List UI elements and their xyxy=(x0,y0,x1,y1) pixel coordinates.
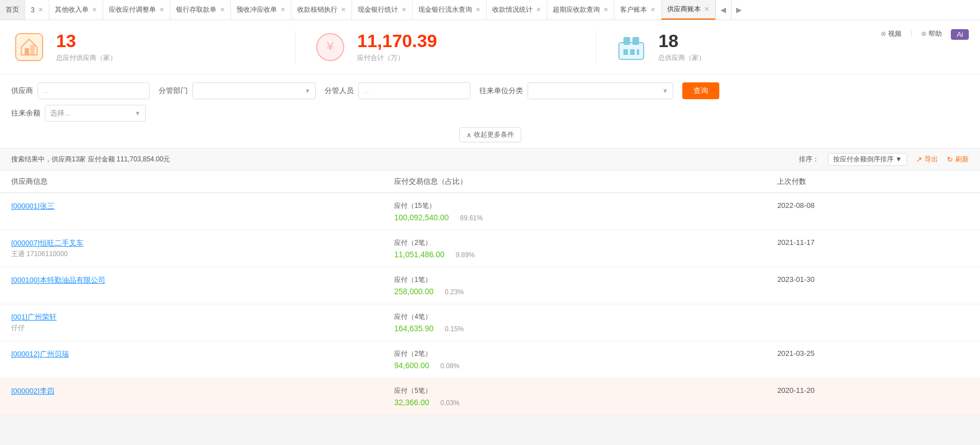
last-pay-date-4: 2021-03-25 xyxy=(777,349,815,358)
person-filter: 分管人员 ... xyxy=(325,82,470,99)
supplier-name-0[interactable]: [000001]张三 xyxy=(11,201,394,211)
summary-card-3: 18 总供应商（家） xyxy=(613,29,880,65)
last-pay-4: 2021-03-25 xyxy=(777,349,969,370)
refresh-button[interactable]: ↻ 刷新 xyxy=(947,155,969,164)
ai-button[interactable]: Ai xyxy=(951,29,969,40)
filter-row-2: 往来余额 选择... ▼ xyxy=(11,105,969,122)
dept-label: 分管部门 xyxy=(159,86,188,96)
balance-filter: 往来余额 选择... ▼ xyxy=(11,105,146,122)
nav-tab-other-income[interactable]: 其他收入单 ✕ xyxy=(49,0,103,20)
nav-prev-arrow[interactable]: ◀ xyxy=(715,0,731,20)
supplier-info-2: [000100]本特勤油品有限公司 xyxy=(11,275,394,296)
supplier-info-4: [000012]广州贝瑞 xyxy=(11,349,394,370)
nav-tab-customer[interactable]: 客户账本 ✕ xyxy=(614,0,662,20)
nav-tab-overdue[interactable]: 超期应收款查询 ✕ xyxy=(547,0,614,20)
data-table: 供应商信息 应付交易信息（占比） 上次付数 [000001]张三 应付（15笔）… xyxy=(0,171,980,415)
close-icon[interactable]: ✕ xyxy=(159,6,164,13)
nav-tab-collect[interactable]: 收款核销执行 ✕ xyxy=(292,0,352,20)
last-pay-2: 2023-01-30 xyxy=(777,275,969,296)
help-link[interactable]: ⊙ 帮助 xyxy=(921,29,942,40)
txn-percent-2: 0.23% xyxy=(445,288,464,296)
summary-card-1: 13 总应付供应商（家） xyxy=(11,29,278,65)
nav-tab-cash-stat[interactable]: 现金银行统计 ✕ xyxy=(352,0,413,20)
unit-label: 往来单位分类 xyxy=(479,86,523,96)
txn-amount-4[interactable]: 94,600.00 xyxy=(394,361,429,370)
close-icon[interactable]: ✕ xyxy=(341,6,346,13)
txn-label-5: 应付（5笔） xyxy=(394,386,777,396)
sort-label: 排序： xyxy=(799,155,819,164)
sort-select[interactable]: 按应付余额倒序排序 ▼ xyxy=(828,153,907,166)
nav-tab-adjust[interactable]: 应收应付调整单 ✕ xyxy=(103,0,170,20)
dept-filter: 分管部门 ▼ xyxy=(159,82,316,99)
svg-rect-1 xyxy=(25,48,29,55)
nav-next-arrow[interactable]: ▶ xyxy=(731,0,747,20)
chevron-up-icon: ∧ xyxy=(466,131,471,139)
supplier-name-5[interactable]: [000002]李四 xyxy=(11,386,394,396)
close-icon[interactable]: ✕ xyxy=(220,6,225,13)
supplier-name-3[interactable]: [001]广州荣轩 xyxy=(11,312,394,322)
table-row: [000012]广州贝瑞 应付（2笔） 94,600.00 0.08% 2021… xyxy=(0,341,980,378)
supplier-payable-number: 13 xyxy=(56,31,117,51)
txn-info-0: 应付（15笔） 100,092,540.00 89.61% xyxy=(394,201,777,222)
close-icon[interactable]: ✕ xyxy=(536,6,541,13)
supplier-name-1[interactable]: [000007]恒旺二手叉车 xyxy=(11,238,394,248)
refresh-icon: ↻ xyxy=(947,155,953,164)
dept-select[interactable]: ▼ xyxy=(192,82,316,99)
txn-info-2: 应付（1笔） 258,000.00 0.23% xyxy=(394,275,777,296)
video-link[interactable]: ⊙ 视频 xyxy=(881,29,902,40)
last-pay-3 xyxy=(777,312,969,333)
table-row: [000007]恒旺二手叉车 王通 17106110000 应付（2笔） 11,… xyxy=(0,230,980,267)
nav-tab-prepay[interactable]: 预收冲应收单 ✕ xyxy=(231,0,292,20)
col-last-pay: 上次付数 xyxy=(777,177,969,187)
txn-row-1: 11,051,486.00 9.89% xyxy=(394,250,777,259)
results-bar: 搜索结果中，供应商13家 应付金额 111,703,854.00元 排序： 按应… xyxy=(0,149,980,171)
query-button[interactable]: 查询 xyxy=(682,82,719,99)
payable-total-icon: ¥ xyxy=(312,29,348,65)
top-nav: 首页 3 ✕ 其他收入单 ✕ 应收应付调整单 ✕ 银行存取款单 ✕ 预收冲应收单… xyxy=(0,0,980,20)
nav-tab-collect-stat[interactable]: 收款情况统计 ✕ xyxy=(487,0,547,20)
close-icon[interactable]: ✕ xyxy=(38,6,43,13)
supplier-info-3: [001]广州荣轩 仔仔 xyxy=(11,312,394,333)
nav-tab-bank[interactable]: 银行存取款单 ✕ xyxy=(170,0,231,20)
txn-percent-4: 0.08% xyxy=(440,362,459,370)
supplier-filter: 供应商 ... xyxy=(11,82,150,99)
txn-info-4: 应付（2笔） 94,600.00 0.08% xyxy=(394,349,777,370)
person-input[interactable]: ... xyxy=(358,82,470,99)
close-icon[interactable]: ✕ xyxy=(603,6,608,13)
top-right-links: ⊙ 视频 | ⊙ 帮助 Ai xyxy=(881,29,969,40)
supplier-name-4[interactable]: [000012]广州贝瑞 xyxy=(11,349,394,359)
unit-select[interactable]: ▼ xyxy=(528,82,673,99)
txn-amount-2[interactable]: 258,000.00 xyxy=(394,287,433,296)
txn-row-2: 258,000.00 0.23% xyxy=(394,287,777,296)
nav-tab-cash-flow[interactable]: 现金银行流水查询 ✕ xyxy=(413,0,487,20)
txn-amount-3[interactable]: 164,635.90 xyxy=(394,324,433,333)
summary-bar: 13 总应付供应商（家） ¥ 11,170.39 应付合计（万） xyxy=(0,20,980,75)
nav-tab-home[interactable]: 首页 xyxy=(0,0,25,20)
close-icon[interactable]: ✕ xyxy=(704,6,709,13)
supplier-name-2[interactable]: [000100]本特勤油品有限公司 xyxy=(11,275,394,285)
txn-percent-1: 9.89% xyxy=(456,251,475,259)
supplier-input[interactable]: ... xyxy=(38,82,150,99)
export-button[interactable]: ↗ 导出 xyxy=(916,155,938,164)
txn-amount-0[interactable]: 100,092,540.00 xyxy=(394,213,449,222)
txn-amount-1[interactable]: 11,051,486.00 xyxy=(394,250,445,259)
txn-percent-0: 89.61% xyxy=(460,214,483,222)
nav-tab-3[interactable]: 3 ✕ xyxy=(25,0,49,20)
collapse-button[interactable]: ∧ 收起更多条件 xyxy=(459,127,521,142)
supplier-info-0: [000001]张三 xyxy=(11,201,394,222)
payable-total-label: 应付合计（万） xyxy=(357,53,437,63)
last-pay-1: 2021-11-17 xyxy=(777,238,969,259)
nav-tab-supplier[interactable]: 供应商账本 ✕ xyxy=(662,0,715,20)
close-icon[interactable]: ✕ xyxy=(280,6,285,13)
txn-label-1: 应付（2笔） xyxy=(394,238,777,248)
close-icon[interactable]: ✕ xyxy=(475,6,480,13)
divider: | xyxy=(910,29,912,40)
close-icon[interactable]: ✕ xyxy=(92,6,97,13)
txn-info-3: 应付（4笔） 164,635.90 0.15% xyxy=(394,312,777,333)
balance-select[interactable]: 选择... ▼ xyxy=(45,105,146,122)
txn-amount-5[interactable]: 32,366.00 xyxy=(394,398,429,407)
close-icon[interactable]: ✕ xyxy=(650,6,655,13)
close-icon[interactable]: ✕ xyxy=(401,6,406,13)
table-row: [000002]李四 应付（5笔） 32,366.00 0.03% 2020-1… xyxy=(0,378,980,415)
txn-info-5: 应付（5笔） 32,366.00 0.03% xyxy=(394,386,777,407)
